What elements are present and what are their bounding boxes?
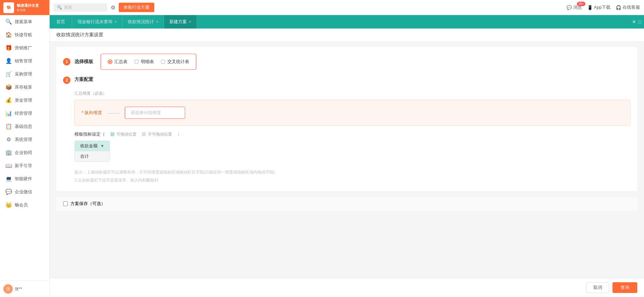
sidebar-item-search-menu[interactable]: 🔍 搜索菜单: [0, 15, 49, 28]
step1-label: 选择模板: [74, 59, 93, 65]
laptop-icon: 💻: [5, 176, 12, 182]
chart-icon: 📊: [5, 110, 12, 116]
sidebar-item-sales[interactable]: 👤 销售管理: [0, 54, 49, 67]
home-tab-label: 首页: [56, 19, 65, 25]
page-content: 收款情况统计方案设置 1 选择模板 汇总表: [50, 29, 644, 297]
logo-main-text: 畅捷通好生意: [17, 3, 39, 8]
sidebar-item-system[interactable]: ⚙ 系统管理: [0, 133, 49, 146]
indicators-title: 模板指标设定（: [74, 131, 105, 137]
new-plan-tab-label: 新建方案: [169, 19, 187, 25]
sidebar-item-guide[interactable]: 📖 新手引导: [0, 159, 49, 172]
sidebar-item-label: 企业微信: [15, 189, 32, 195]
gift-icon: 🎁: [5, 45, 12, 51]
sidebar-item-label: 畅会员: [15, 202, 28, 208]
indicator-table: 收款金额 ▼ 合计: [74, 141, 110, 162]
sidebar-item-basic-info[interactable]: 📋 基础信息: [0, 120, 49, 133]
logo-icon: 畅: [3, 2, 14, 13]
app-download-button[interactable]: 📱 App下载: [587, 4, 610, 10]
radio-detail[interactable]: 明细表: [134, 59, 154, 65]
maximize-window-icon[interactable]: □: [639, 19, 641, 24]
indicators-row: 模板指标设定（ 可拖动位置 不可拖动位置 ）: [74, 131, 631, 137]
avatar: 张: [3, 284, 13, 294]
sidebar-item-label: 资金管理: [15, 97, 32, 103]
sidebar-item-label: 库存核算: [15, 84, 32, 90]
cart-icon: 🛒: [5, 71, 12, 77]
radio-summary[interactable]: 汇总表: [108, 59, 127, 65]
template-selection: 汇总表 明细表 交叉统计表: [101, 54, 196, 70]
app-icon: 📱: [587, 5, 593, 10]
sidebar-item-marketing[interactable]: 🎁 营销推广: [0, 41, 49, 54]
tabs-controls: × □: [632, 18, 644, 26]
sidebar-bottom: 张 张**: [0, 281, 49, 297]
bank-flow-tab-label: 现金银行流水查询: [77, 19, 112, 25]
radio-cross[interactable]: 交叉统计表: [161, 59, 189, 65]
radio-cross-label: 交叉统计表: [167, 59, 189, 65]
query-button[interactable]: 查询: [612, 282, 637, 293]
close-window-icon[interactable]: ×: [632, 18, 636, 26]
main-area: 🔍 搜索 ⚙ 体验行业方案 💬 消息 99+ 📱 App下载 🎧 在线客服 首页: [50, 0, 644, 297]
collection-stat-tab-label: 收款情况统计: [128, 19, 154, 25]
sidebar-item-member[interactable]: 👑 畅会员: [0, 198, 49, 211]
tab-bank-flow[interactable]: 现金银行流水查询 ×: [72, 15, 122, 29]
chat-icon: 💬: [5, 189, 12, 195]
person-icon: 👤: [5, 58, 12, 64]
close-collection-stat-icon[interactable]: ×: [156, 19, 158, 24]
online-service-button[interactable]: 🎧 在线客服: [616, 4, 640, 10]
radio-summary-circle: [108, 59, 112, 64]
legend-drag: 可拖动位置: [110, 132, 137, 137]
tabs-bar: 首页 现金银行流水查询 × 收款情况统计 × 新建方案 × × □: [50, 15, 644, 29]
close-new-plan-icon[interactable]: ×: [189, 19, 191, 24]
close-bank-flow-icon[interactable]: ×: [114, 19, 117, 24]
money-icon: 💰: [5, 97, 12, 103]
radio-detail-label: 明细表: [141, 59, 154, 65]
sidebar-item-inventory[interactable]: 📦 库存核算: [0, 81, 49, 94]
sidebar-item-label: 销售管理: [15, 58, 32, 64]
sidebar-item-wechat[interactable]: 💬 企业微信: [0, 185, 49, 198]
box-icon: 📦: [5, 84, 12, 90]
footer-bar: 取消 查询: [50, 278, 644, 297]
gear-icon: ⚙: [5, 136, 12, 143]
sidebar-item-corp[interactable]: 🏢 企业协同: [0, 146, 49, 159]
logo-text: 畅捷通好生意 标准版: [17, 3, 39, 12]
book-icon: 📖: [5, 162, 12, 169]
settings-icon[interactable]: ⚙: [111, 4, 115, 11]
indicator-row: 合计: [75, 151, 110, 161]
sidebar-item-label: 新手引导: [15, 163, 32, 169]
dim-select[interactable]: 请选择分组维度: [125, 107, 185, 119]
save-checkbox[interactable]: [63, 201, 68, 206]
legend-nodrag-label: 不可拖动位置: [148, 132, 172, 137]
save-label[interactable]: 方案保存（可选）: [70, 201, 105, 207]
step2-row: 2 方案配置: [63, 77, 631, 84]
tab-new-plan[interactable]: 新建方案 ×: [164, 15, 197, 29]
page-header: 收款情况统计方案设置: [50, 29, 644, 42]
message-button[interactable]: 💬 消息 99+: [567, 4, 582, 10]
username-label: 张**: [15, 286, 22, 292]
template-radio-group: 汇总表 明细表 交叉统计表: [108, 59, 189, 65]
sidebar-item-purchase[interactable]: 🛒 采购管理: [0, 67, 49, 81]
sidebar-item-finance[interactable]: 💰 资金管理: [0, 94, 49, 107]
sidebar-item-hardware[interactable]: 💻 智能硬件: [0, 172, 49, 185]
search-box[interactable]: 🔍 搜索: [54, 3, 107, 12]
step1-row: 1 选择模板 汇总表 明细表: [63, 54, 631, 70]
topbar-right: 💬 消息 99+ 📱 App下载 🎧 在线客服: [567, 4, 640, 10]
clipboard-icon: 📋: [5, 123, 12, 130]
sidebar-item-label: 系统管理: [15, 137, 32, 143]
cancel-button[interactable]: 取消: [586, 282, 609, 293]
dim-row-label: * 纵向维度: [82, 110, 102, 116]
page-title: 收款情况统计方案设置: [56, 32, 103, 37]
tip-line1: 提示： 1.拖动标题栏可以调整布局，不可跨维度或指标区域拖动栏目字段(只能在同一…: [74, 168, 631, 176]
sidebar-item-label: 经营管理: [15, 110, 32, 116]
chevron-down-icon: ▼: [100, 144, 104, 148]
search-icon: 🔍: [57, 5, 62, 10]
dimension-title: 汇总维度（必选）: [74, 91, 631, 96]
tab-collection-stat[interactable]: 收款情况统计 ×: [122, 15, 164, 29]
search-placeholder: 搜索: [64, 5, 72, 10]
sidebar-item-quick-nav[interactable]: 🏠 快捷导航: [0, 28, 49, 41]
sidebar-item-operation[interactable]: 📊 经营管理: [0, 107, 49, 120]
trial-button[interactable]: 体验行业方案: [119, 3, 154, 12]
main-section-card: 1 选择模板 汇总表 明细表: [56, 47, 637, 191]
tab-home[interactable]: 首页: [50, 15, 72, 29]
indicator-header[interactable]: 收款金额 ▼: [75, 141, 110, 151]
online-service-label: 在线客服: [623, 4, 640, 10]
config-section: 汇总维度（必选） * 纵向维度 —— 请选择分组维度 模板指标设定（: [74, 91, 631, 184]
